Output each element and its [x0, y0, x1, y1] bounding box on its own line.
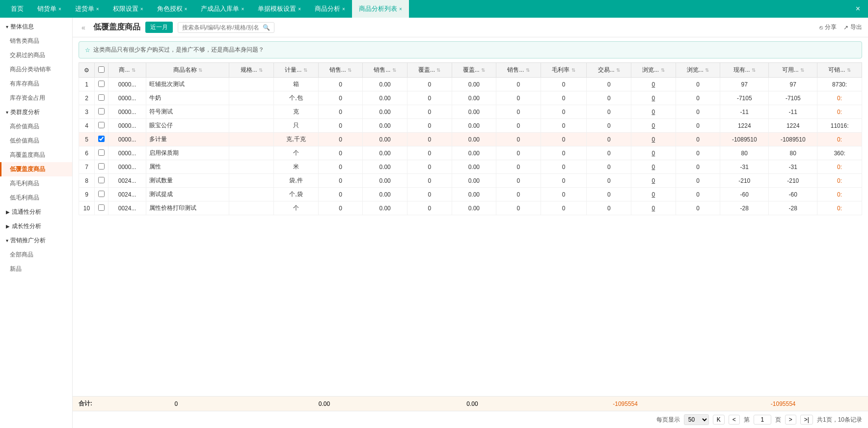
cell-checkbox[interactable]: [95, 91, 108, 105]
last-page-btn[interactable]: >|: [800, 415, 813, 425]
th-margin[interactable]: 毛利率 ⇅: [541, 63, 587, 78]
th-view1[interactable]: 浏览... ⇅: [631, 63, 676, 78]
cell-view1[interactable]: 0: [631, 78, 676, 91]
th-checkbox[interactable]: [95, 63, 108, 78]
settings-icon[interactable]: ⚙: [84, 67, 89, 74]
th-sales-amt[interactable]: 销售... ⇅: [363, 63, 407, 78]
sidebar-item-low-value[interactable]: 低价值商品: [0, 134, 72, 148]
collapse-sidebar-btn[interactable]: «: [79, 23, 88, 32]
view1-link[interactable]: 0: [652, 81, 655, 88]
view1-link[interactable]: 0: [652, 191, 655, 198]
th-unit[interactable]: 计量... ⇅: [274, 63, 319, 78]
view1-link[interactable]: 0: [652, 109, 655, 115]
nav-close-analysis[interactable]: ×: [342, 6, 345, 12]
cell-checkbox[interactable]: [95, 188, 108, 201]
row-checkbox[interactable]: [98, 122, 105, 128]
row-checkbox[interactable]: [98, 149, 105, 156]
cell-checkbox[interactable]: [95, 174, 108, 188]
th-available[interactable]: 可用... ⇅: [769, 63, 817, 78]
cell-view1[interactable]: 0: [631, 105, 676, 119]
th-cover2[interactable]: 覆盖... ⇅: [452, 63, 496, 78]
nav-purchase[interactable]: 进货单 ×: [68, 0, 106, 18]
nav-close-product-storage[interactable]: ×: [241, 6, 244, 12]
cell-checkbox[interactable]: [95, 201, 108, 215]
row-checkbox[interactable]: [98, 108, 105, 114]
sidebar-group-circulation[interactable]: ▶ 流通性分析: [0, 205, 72, 219]
th-stock[interactable]: 现有... ⇅: [720, 63, 769, 78]
row-checkbox[interactable]: [98, 94, 105, 101]
nav-role-auth[interactable]: 角色授权 ×: [150, 0, 194, 18]
view1-link[interactable]: 0: [652, 122, 655, 129]
nav-close-template[interactable]: ×: [298, 6, 301, 12]
nav-close-permissions[interactable]: ×: [140, 6, 143, 12]
cell-view1[interactable]: 0: [631, 119, 676, 133]
sidebar-item-stock-capital[interactable]: 库存资金占用: [0, 91, 72, 105]
nav-close-main[interactable]: ×: [852, 4, 864, 13]
sidebar-item-low-margin[interactable]: 低毛利商品: [0, 191, 72, 205]
sidebar-item-high-margin[interactable]: 高毛利商品: [0, 176, 72, 191]
nav-product-storage[interactable]: 产成品入库单 ×: [194, 0, 251, 18]
cell-checkbox[interactable]: [95, 133, 108, 146]
first-page-btn[interactable]: K: [713, 415, 725, 425]
view1-link[interactable]: 0: [652, 150, 655, 157]
th-view2[interactable]: 浏览... ⇅: [676, 63, 720, 78]
cell-checkbox[interactable]: [95, 78, 108, 91]
sidebar-item-traded-goods[interactable]: 交易过的商品: [0, 48, 72, 62]
cell-view1[interactable]: 0: [631, 91, 676, 105]
sidebar-item-new-goods[interactable]: 新品: [0, 262, 72, 276]
nav-analysis-list[interactable]: 商品分析列表 ×: [352, 0, 409, 18]
row-checkbox[interactable]: [98, 177, 105, 183]
sidebar-item-all-goods[interactable]: 全部商品: [0, 248, 72, 262]
cell-checkbox[interactable]: [95, 119, 108, 133]
row-checkbox[interactable]: [98, 191, 105, 197]
nav-template-settings[interactable]: 单据模板设置 ×: [251, 0, 308, 18]
row-checkbox[interactable]: [98, 136, 105, 142]
cell-checkbox[interactable]: [95, 105, 108, 119]
page-input[interactable]: [754, 415, 771, 425]
select-all-checkbox[interactable]: [98, 66, 105, 73]
row-checkbox[interactable]: [98, 163, 105, 170]
nav-close-sales[interactable]: ×: [58, 6, 61, 12]
sidebar-item-sales-goods[interactable]: 销售类商品: [0, 34, 72, 48]
cell-checkbox[interactable]: [95, 146, 108, 160]
view1-link[interactable]: 0: [652, 164, 655, 171]
th-trade[interactable]: 交易... ⇅: [587, 63, 631, 78]
cell-view1[interactable]: 0: [631, 174, 676, 188]
th-name[interactable]: 商品名称 ⇅: [146, 63, 229, 78]
nav-sales[interactable]: 销货单 ×: [30, 0, 68, 18]
nav-close-analysis-list[interactable]: ×: [399, 6, 402, 12]
time-filter-button[interactable]: 近一月: [145, 22, 173, 33]
nav-permissions[interactable]: 权限设置 ×: [106, 0, 150, 18]
view1-link[interactable]: 0: [652, 177, 655, 184]
sidebar-group-growth[interactable]: ▶ 成长性分析: [0, 219, 72, 233]
th-cover1[interactable]: 覆盖... ⇅: [407, 63, 452, 78]
sidebar-item-low-coverage[interactable]: 低覆盖度商品: [0, 162, 72, 176]
th-sales-count[interactable]: 销售... ⇅: [496, 63, 541, 78]
row-checkbox[interactable]: [98, 204, 105, 211]
nav-close-purchase[interactable]: ×: [96, 6, 99, 12]
sidebar-item-category-rate[interactable]: 商品分类动销率: [0, 62, 72, 77]
view1-link[interactable]: 0: [652, 136, 655, 143]
view1-link[interactable]: 0: [652, 95, 655, 102]
th-sales-qty[interactable]: 销售... ⇅: [318, 63, 363, 78]
sidebar-group-overall[interactable]: ▾ 整体信息: [0, 20, 72, 34]
th-saleable[interactable]: 可销... ⇅: [817, 63, 862, 78]
cell-view1[interactable]: 0: [631, 188, 676, 201]
cell-view1[interactable]: 0: [631, 201, 676, 215]
nav-product-analysis[interactable]: 商品分析 ×: [308, 0, 352, 18]
export-button[interactable]: ↗ 导出: [843, 23, 862, 31]
search-input[interactable]: [182, 24, 261, 31]
share-button[interactable]: ⎋ 分享: [819, 23, 837, 31]
cell-view1[interactable]: 0: [631, 160, 676, 174]
th-spec[interactable]: 规格... ⇅: [229, 63, 274, 78]
sidebar-group-marketing[interactable]: ▾ 营销推广分析: [0, 233, 72, 248]
page-size-select[interactable]: 20 50 100: [684, 414, 709, 425]
sidebar-group-cluster[interactable]: ▾ 类群度分析: [0, 105, 72, 119]
view1-link[interactable]: 0: [652, 205, 655, 212]
th-code[interactable]: 商... ⇅: [108, 63, 146, 78]
th-settings[interactable]: ⚙: [79, 63, 95, 78]
row-checkbox[interactable]: [98, 81, 105, 87]
sidebar-item-high-coverage[interactable]: 高覆盖度商品: [0, 148, 72, 162]
cell-checkbox[interactable]: [95, 160, 108, 174]
cell-view1[interactable]: 0: [631, 133, 676, 146]
